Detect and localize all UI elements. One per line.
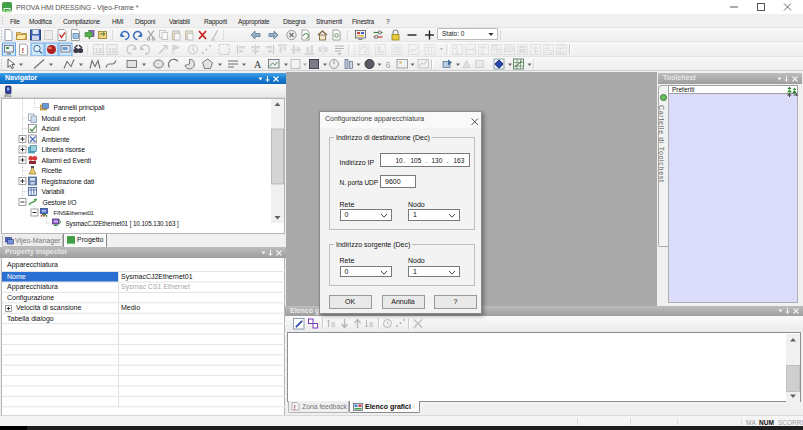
svg-text:8: 8 [331,320,335,329]
svg-text:18: 18 [108,47,116,54]
svg-text:SysmacCJ2Ethernet01 [ 10.105.1: SysmacCJ2Ethernet01 [ 10.105.130.163 ] [66,220,179,228]
svg-text:Ricette: Ricette [42,167,63,174]
svg-text:FINSEthernet01: FINSEthernet01 [54,210,94,216]
svg-text:A: A [254,59,262,70]
svg-text:18: 18 [95,47,103,54]
svg-text:Pannelli principali: Pannelli principali [54,104,106,112]
svg-text:Registrazione dati: Registrazione dati [42,178,95,186]
svg-text:abc: abc [558,50,566,55]
svg-text:12: 12 [545,45,551,50]
svg-text:!: ! [294,404,296,411]
svg-text:Libreria risorse: Libreria risorse [42,146,86,153]
svg-text:Moduli e report: Moduli e report [42,115,86,123]
svg-text:Gestore I/O: Gestore I/O [43,199,77,206]
svg-text:Azioni: Azioni [42,125,61,132]
svg-text:Ambiente: Ambiente [42,136,70,143]
svg-text:Variabili: Variabili [42,188,65,195]
svg-text:6: 6 [386,60,391,70]
svg-text:Allarmi ed Eventi: Allarmi ed Eventi [42,157,92,164]
svg-text:8: 8 [369,320,373,329]
svg-text:!: ! [22,46,25,55]
